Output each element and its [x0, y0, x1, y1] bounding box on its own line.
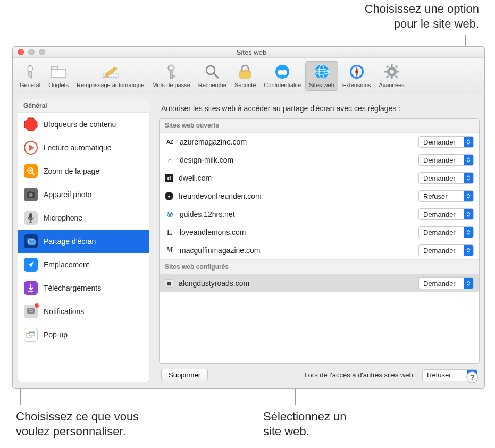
chevron-updown-icon: [464, 227, 473, 238]
sidebar-item-bloqueurs[interactable]: Bloqueurs de contenu: [18, 113, 149, 136]
favicon: d: [165, 174, 173, 182]
main-panel: Autoriser les sites web à accéder au par…: [159, 99, 480, 382]
option-dropdown[interactable]: Demander: [418, 277, 474, 289]
sidebar-item-label: Notifications: [44, 307, 84, 316]
option-dropdown[interactable]: Demander: [418, 154, 474, 166]
section-header-open: Sites web ouverts: [160, 119, 479, 133]
chevron-updown-icon: [464, 173, 473, 183]
tab-mdp[interactable]: Mots de passe: [148, 61, 194, 91]
site-row[interactable]: ● freundevonfreunden.com Refuser: [160, 187, 479, 205]
site-row[interactable]: AZ azuremagazine.com Demander: [160, 133, 479, 151]
panel-prompt: Autoriser les sites web à accéder au par…: [159, 99, 480, 118]
tab-label: Onglets: [48, 82, 69, 88]
zoom-icon: [23, 164, 38, 179]
favicon: ⓦ: [165, 209, 174, 219]
option-dropdown[interactable]: Demander: [418, 208, 474, 220]
svg-rect-52: [29, 332, 35, 333]
sidebar-item-label: Partage d'écran: [44, 237, 96, 246]
titlebar: Sites web: [13, 47, 484, 58]
delete-button[interactable]: Supprimer: [161, 369, 208, 381]
key-icon: [163, 63, 180, 80]
tab-securite[interactable]: Sécurité: [231, 61, 259, 91]
sidebar-item-camera[interactable]: Appareil photo: [18, 183, 149, 206]
websites-table: Sites web ouverts AZ azuremagazine.com D…: [159, 118, 480, 364]
sidebar-item-micro[interactable]: Microphone: [18, 206, 149, 230]
sidebar-item-lecture[interactable]: Lecture automatique: [18, 136, 149, 159]
tab-onglets[interactable]: Onglets: [45, 61, 72, 91]
svg-rect-24: [391, 76, 392, 79]
chevron-updown-icon: [464, 137, 473, 147]
tab-avancees[interactable]: Avancées: [375, 61, 408, 91]
site-domain: loveandlemons.com: [180, 228, 413, 236]
window-title: Sites web: [45, 48, 458, 56]
svg-rect-2: [51, 69, 66, 77]
stop-icon: [23, 117, 38, 132]
help-button[interactable]: ?: [466, 371, 478, 383]
tab-general[interactable]: Général: [16, 61, 44, 91]
favicon: AZ: [165, 137, 174, 147]
sidebar-item-label: Lecture automatique: [44, 143, 112, 152]
svg-rect-7: [170, 71, 172, 79]
site-row[interactable]: d dwell.com Demander: [160, 169, 479, 187]
sidebar-item-label: Appareil photo: [44, 190, 91, 199]
sidebar-item-notifications[interactable]: Notifications: [18, 300, 149, 323]
privacy-icon: [274, 63, 291, 80]
tab-extensions[interactable]: Extensions: [339, 61, 375, 91]
sidebar-item-label: Téléchargements: [44, 284, 101, 292]
tab-confidentialite[interactable]: Confidentialité: [260, 61, 305, 91]
notification-icon: [23, 304, 38, 319]
svg-marker-31: [24, 118, 37, 131]
sidebar-item-telechargements[interactable]: Téléchargements: [18, 276, 149, 300]
callout-bottom-mid: Sélectionnez un site web.: [263, 409, 347, 438]
sidebar-item-zoom[interactable]: Zoom de la page: [18, 159, 149, 183]
svg-point-1: [28, 66, 33, 71]
tab-sites-web[interactable]: Sites web: [305, 61, 338, 91]
svg-rect-46: [27, 308, 35, 314]
prefs-toolbar: Général Onglets Remplissage automatique …: [13, 58, 484, 94]
screenshare-icon: [23, 234, 38, 249]
site-row[interactable]: L loveandlemons.com Demander: [160, 223, 479, 241]
chevron-updown-icon: [464, 209, 473, 219]
option-dropdown[interactable]: Demander: [418, 244, 474, 256]
svg-rect-29: [385, 75, 389, 78]
notification-badge: [34, 303, 39, 308]
callout-top-right: Choisissez une option pour le site web.: [365, 2, 479, 31]
site-row[interactable]: ⓦ guides.12hrs.net Demander: [160, 205, 479, 223]
tab-remplissage[interactable]: Remplissage automatique: [73, 61, 148, 91]
magnifier-icon: [204, 63, 221, 80]
chevron-updown-icon: [464, 245, 473, 256]
option-dropdown[interactable]: Demander: [418, 136, 474, 148]
site-domain: macguffinmagazine.com: [180, 246, 413, 255]
panel-footer: Supprimer Lors de l'accès à d'autres sit…: [159, 364, 480, 382]
sidebar-item-label: Microphone: [44, 214, 82, 222]
callout-bottom-left: Choisissez ce que vous voulez personnali…: [16, 409, 139, 438]
sidebar-item-popup[interactable]: Pop-up: [18, 323, 149, 346]
sidebar-item-partage-ecran[interactable]: Partage d'écran: [18, 230, 149, 253]
favicon: ⌂: [165, 155, 174, 165]
option-dropdown[interactable]: Demander: [418, 226, 474, 238]
svg-rect-44: [28, 240, 35, 244]
svg-rect-8: [172, 75, 174, 77]
gear-icon: [383, 63, 400, 80]
tabs-icon: [50, 63, 67, 80]
svg-rect-23: [391, 64, 392, 67]
close-button[interactable]: [18, 49, 24, 55]
svg-rect-30: [395, 75, 398, 78]
site-domain: alongdustyroads.com: [179, 279, 413, 288]
site-domain: guides.12hrs.net: [180, 210, 413, 218]
site-domain: dwell.com: [179, 174, 413, 182]
site-row[interactable]: M macguffinmagazine.com Demander: [160, 241, 479, 259]
minimize-button[interactable]: [28, 49, 35, 55]
globe-icon: [313, 63, 330, 80]
option-dropdown[interactable]: Demander: [418, 172, 474, 184]
sidebar-item-emplacement[interactable]: Emplacement: [18, 253, 149, 276]
tab-label: Recherche: [198, 82, 226, 88]
site-row[interactable]: ⌂ design-milk.com Demander: [160, 151, 479, 169]
chevron-updown-icon: [464, 191, 473, 201]
tab-recherche[interactable]: Recherche: [195, 61, 230, 91]
zoom-button[interactable]: [39, 49, 45, 55]
chevron-updown-icon: [464, 278, 473, 289]
location-icon: [23, 257, 38, 272]
site-row[interactable]: ▦ alongdustyroads.com Demander: [160, 274, 479, 292]
option-dropdown[interactable]: Refuser: [418, 190, 474, 202]
